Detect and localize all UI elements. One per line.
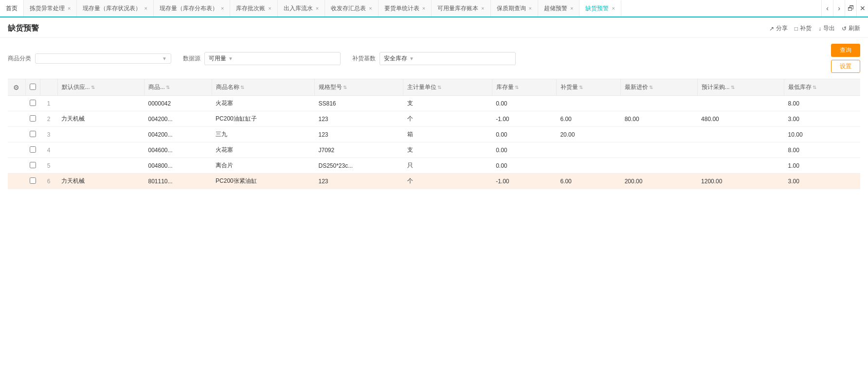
row-supplier: 力天机械 xyxy=(57,111,144,127)
tab-3[interactable]: 现存量（库存分布表） × xyxy=(154,0,230,17)
row-checkbox[interactable] xyxy=(30,146,36,153)
tab-11-label: 缺货预警 xyxy=(585,4,609,13)
column-stock[interactable]: 库存量⇅ xyxy=(492,79,556,96)
tab-11[interactable]: 缺货预警 × xyxy=(579,0,621,17)
refresh-button[interactable]: ↺ 刷新 xyxy=(842,24,860,33)
row-checkbox[interactable] xyxy=(30,177,36,184)
table-header-row: ⚙ 默认供应...⇅ 商品...⇅ 商品名称⇅ 规格型号⇅ 主计量单位⇅ 库存量… xyxy=(8,79,860,96)
product-name-sort-icon[interactable]: ⇅ xyxy=(240,85,244,90)
row-replenish xyxy=(556,96,620,111)
tab-4[interactable]: 库存批次账 × xyxy=(230,0,277,17)
row-supplier xyxy=(57,158,144,174)
column-supplier[interactable]: 默认供应...⇅ xyxy=(57,79,144,96)
column-supplier-label: 默认供应... xyxy=(62,84,90,90)
tab-7[interactable]: 要货单统计表 × xyxy=(379,0,432,17)
tab-prev-button[interactable]: ‹ xyxy=(821,0,833,17)
window-close-button[interactable]: ✕ xyxy=(856,0,868,17)
row-checkbox-cell[interactable] xyxy=(25,127,40,142)
replenish-base-dropdown-icon: ▼ xyxy=(409,56,414,61)
tab-7-close[interactable]: × xyxy=(422,5,425,11)
row-estimated-purchase: 480.00 xyxy=(697,111,784,127)
gear-icon[interactable]: ⚙ xyxy=(13,84,19,91)
row-checkbox-cell[interactable] xyxy=(25,111,40,127)
tab-8-close[interactable]: × xyxy=(481,5,484,11)
row-checkbox[interactable] xyxy=(30,115,36,122)
row-checkbox[interactable] xyxy=(30,100,36,106)
tab-9[interactable]: 保质期查询 × xyxy=(491,0,538,17)
row-product-name: PC200油缸缸子 xyxy=(212,111,314,127)
column-latest-price[interactable]: 最新进价⇅ xyxy=(621,79,697,96)
replenish-button[interactable]: □ 补货 xyxy=(795,24,812,33)
tab-5[interactable]: 出入库流水 × xyxy=(278,0,325,17)
query-button[interactable]: 查询 xyxy=(831,44,860,57)
window-restore-button[interactable]: 🗗 xyxy=(845,0,856,17)
column-gear[interactable]: ⚙ xyxy=(8,79,25,96)
share-label: 分享 xyxy=(776,24,788,33)
row-checkbox-cell[interactable] xyxy=(25,96,40,111)
unit-sort-icon[interactable]: ⇅ xyxy=(437,85,441,90)
tab-10-close[interactable]: × xyxy=(570,5,573,11)
category-dropdown-icon: ▼ xyxy=(162,56,167,61)
estimated-purchase-sort-icon[interactable]: ⇅ xyxy=(731,85,735,90)
latest-price-sort-icon[interactable]: ⇅ xyxy=(649,85,653,90)
min-stock-sort-icon[interactable]: ⇅ xyxy=(813,85,816,90)
row-min-stock: 1.00 xyxy=(784,158,860,174)
row-unit: 个 xyxy=(403,111,492,127)
category-select[interactable]: ▼ xyxy=(35,53,171,64)
replenish-base-filter-group: 补货基数 安全库存 ▼ xyxy=(352,52,516,65)
row-checkbox[interactable] xyxy=(30,162,36,168)
tab-6-close[interactable]: × xyxy=(369,5,372,11)
stock-sort-icon[interactable]: ⇅ xyxy=(515,85,519,90)
tab-10[interactable]: 超储预警 × xyxy=(538,0,579,17)
tab-3-close[interactable]: × xyxy=(221,5,224,11)
column-product-code[interactable]: 商品...⇅ xyxy=(144,79,212,96)
replenish-sort-icon[interactable]: ⇅ xyxy=(579,85,583,90)
column-estimated-purchase[interactable]: 预计采购...⇅ xyxy=(697,79,784,96)
share-button[interactable]: ↗ 分享 xyxy=(769,24,788,33)
tab-home[interactable]: 首页 xyxy=(0,0,24,17)
row-product-name: PC200张紧油缸 xyxy=(212,174,314,189)
settings-button[interactable]: 设置 xyxy=(831,60,860,73)
supplier-sort-icon[interactable]: ⇅ xyxy=(91,85,95,90)
tab-9-close[interactable]: × xyxy=(529,5,532,11)
export-button[interactable]: ↓ 导出 xyxy=(818,24,835,33)
tab-11-close[interactable]: × xyxy=(612,5,615,11)
row-checkbox-cell[interactable] xyxy=(25,158,40,174)
tab-8[interactable]: 可用量库存账本 × xyxy=(432,0,490,17)
tab-4-close[interactable]: × xyxy=(268,5,271,11)
column-min-stock[interactable]: 最低库存⇅ xyxy=(784,79,860,96)
category-filter-label: 商品分类 xyxy=(8,54,31,63)
column-unit[interactable]: 主计量单位⇅ xyxy=(403,79,492,96)
row-gear-cell xyxy=(8,127,25,142)
select-all-checkbox[interactable] xyxy=(30,84,36,90)
product-code-sort-icon[interactable]: ⇅ xyxy=(166,85,170,90)
tab-6[interactable]: 收发存汇总表 × xyxy=(325,0,378,17)
column-spec[interactable]: 规格型号⇅ xyxy=(314,79,403,96)
tab-2[interactable]: 现存量（库存状况表） × xyxy=(77,0,153,17)
spec-sort-icon[interactable]: ⇅ xyxy=(343,85,347,90)
table-row: 5 004800... 离合片 DS250*23c... 只 0.00 1.00 xyxy=(8,158,860,174)
tab-1[interactable]: 拣货异常处理 × xyxy=(24,0,77,17)
row-unit: 箱 xyxy=(403,127,492,142)
row-spec: DS250*23c... xyxy=(314,158,403,174)
tab-1-close[interactable]: × xyxy=(68,5,71,11)
tab-next-button[interactable]: › xyxy=(833,0,845,17)
row-product-name: 离合片 xyxy=(212,158,314,174)
row-product-name: 火花塞 xyxy=(212,96,314,111)
tab-10-label: 超储预警 xyxy=(544,4,567,13)
filter-bar: 商品分类 ▼ 数据源 可用量 ▼ 补货基数 安全库存 ▼ 查询 设置 xyxy=(0,38,868,79)
tab-9-label: 保质期查询 xyxy=(497,4,526,13)
datasource-dropdown-icon: ▼ xyxy=(228,56,233,61)
row-product-name: 三九 xyxy=(212,127,314,142)
row-checkbox-cell[interactable] xyxy=(25,142,40,158)
replenish-base-select[interactable]: 安全库存 ▼ xyxy=(380,52,516,65)
tab-2-close[interactable]: × xyxy=(144,5,147,11)
datasource-select[interactable]: 可用量 ▼ xyxy=(204,52,341,65)
tab-5-close[interactable]: × xyxy=(316,5,319,11)
column-replenish[interactable]: 补货量⇅ xyxy=(556,79,620,96)
row-stock: -1.00 xyxy=(492,111,556,127)
row-checkbox-cell[interactable] xyxy=(25,174,40,189)
column-product-name[interactable]: 商品名称⇅ xyxy=(212,79,314,96)
row-checkbox[interactable] xyxy=(30,131,36,137)
column-replenish-label: 补货量 xyxy=(561,84,578,90)
